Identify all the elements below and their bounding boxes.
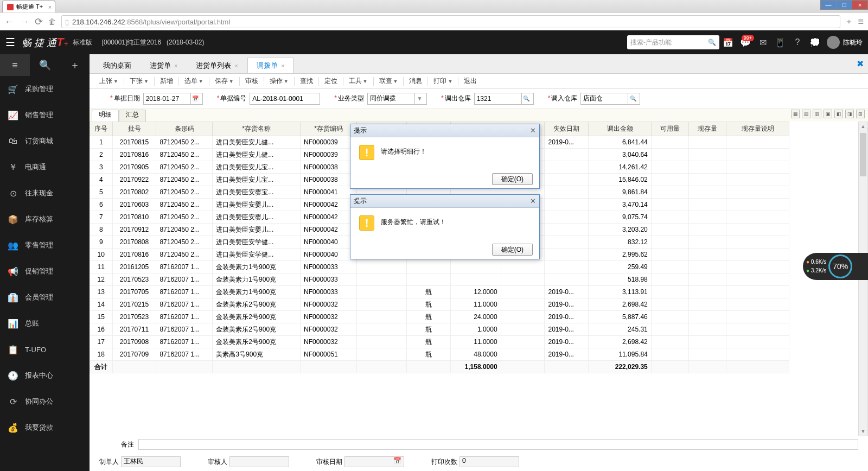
grid-tool-icon[interactable]: ▣ — [824, 110, 832, 118]
out-wh-input[interactable]: 1321🔍 — [474, 93, 534, 105]
grid-tool-icon[interactable]: ▥ — [813, 110, 821, 118]
toolbar-item[interactable]: 下张▼ — [125, 77, 153, 86]
search-input[interactable]: 搜索-产品功能 🔍 — [627, 35, 719, 49]
toolbar-item[interactable]: 保存▼ — [210, 77, 238, 86]
sidebar-item[interactable]: 💰我要贷款 — [0, 415, 90, 441]
home-button[interactable]: 🗑 — [48, 17, 56, 26]
main-tab[interactable]: 我的桌面 — [94, 57, 141, 73]
help-icon[interactable]: ? — [789, 34, 806, 51]
subtab-detail[interactable]: 明细 — [92, 110, 119, 122]
grid-header[interactable]: 条形码 — [156, 122, 213, 136]
url-bar[interactable]: ▯ 218.104.246.242:8568/tplus/view/portal… — [61, 15, 840, 28]
grid-tool-icon[interactable]: ◨ — [845, 110, 854, 118]
browser-tab[interactable]: 畅捷通 T+ × — [2, 1, 55, 12]
window-maximize-button[interactable]: □ — [836, 0, 852, 10]
back-button[interactable]: ← — [4, 16, 14, 28]
toolbar-item[interactable]: 退出 — [459, 77, 481, 86]
table-row[interactable]: 132017070587162007 1...金装美素力1号900克NF0000… — [90, 286, 789, 298]
sidebar-item[interactable]: 📦库存核算 — [0, 206, 90, 232]
mobile-icon[interactable]: 📱 — [771, 34, 789, 51]
toolbar-item[interactable]: 新增 — [156, 77, 177, 86]
sidebar-item[interactable]: 📊总账 — [0, 310, 90, 336]
toolbar-item[interactable]: 消息 — [405, 77, 426, 86]
chat-icon[interactable]: 💭 — [806, 34, 824, 51]
toolbar-item[interactable]: 操作▼ — [265, 77, 293, 86]
speed-widget[interactable]: ● 0.6K/s ● 3.2K/s 70% — [803, 253, 868, 280]
grid-header[interactable]: 现存量说明 — [726, 122, 789, 136]
dialog-ok-button[interactable]: 确定(O) — [492, 244, 533, 256]
user-area[interactable]: 陈晓玲 — [827, 36, 863, 49]
toolbar-item[interactable]: 工具▼ — [344, 77, 372, 86]
dialog-close-icon[interactable]: ✕ — [530, 126, 536, 135]
tab-close-icon[interactable]: × — [174, 62, 177, 69]
table-row[interactable]: 142017021587162007 1...金装美素乐2号900克NF0000… — [90, 298, 789, 311]
dialog-ok-button[interactable]: 确定(O) — [492, 173, 533, 185]
grid-header[interactable]: 调出金额 — [589, 122, 652, 136]
search-icon[interactable]: 🔍 — [708, 39, 716, 46]
main-tab[interactable]: 进货单× — [141, 57, 187, 73]
toolbar-item[interactable]: 审核 — [241, 77, 263, 86]
mail-icon[interactable]: ✉ — [754, 34, 771, 51]
sidebar-item[interactable]: ⊙往来现金 — [0, 180, 90, 206]
sidebar-item[interactable]: 🕐报表中心 — [0, 362, 90, 389]
calendar-icon[interactable]: 📅 — [719, 34, 737, 51]
dialog-close-icon[interactable]: ✕ — [530, 197, 536, 205]
grid-header[interactable]: 序号 — [90, 122, 113, 136]
in-wh-input[interactable]: 店面仓🔍 — [580, 93, 640, 105]
scroll-thumb[interactable] — [860, 133, 866, 176]
scroll-up-icon[interactable]: ▲ — [859, 122, 867, 131]
close-all-tabs-icon[interactable]: ✖ — [857, 59, 864, 69]
sidebar-item[interactable]: 📢促销管理 — [0, 258, 90, 284]
scroll-down-icon[interactable]: ▼ — [859, 427, 867, 436]
toolbar-item[interactable]: 联查▼ — [375, 77, 403, 86]
sidebar-item[interactable]: 👔会员管理 — [0, 284, 90, 310]
sidebar-item[interactable]: 🛍订货商城 — [0, 128, 90, 154]
sidebar-collapse-button[interactable]: ≡ — [0, 54, 30, 76]
subtab-summary[interactable]: 汇总 — [119, 110, 146, 122]
bookmark-icon[interactable]: ✦ — [846, 17, 852, 26]
main-tab[interactable]: 进货单列表× — [187, 57, 247, 73]
sidebar-item[interactable]: 👥零售管理 — [0, 232, 90, 258]
table-row[interactable]: 182017070987162007 1...美素高3号900克NF000005… — [90, 348, 789, 361]
table-row[interactable]: 112016120587162007 1...金装美素力1号900克NF0000… — [90, 261, 789, 273]
table-row[interactable]: 162017071187162007 1...金装美素乐2号900克NF0000… — [90, 323, 789, 336]
sidebar-add-button[interactable]: ＋ — [60, 54, 90, 76]
window-close-button[interactable]: × — [852, 0, 868, 10]
lookup-icon[interactable]: 🔍 — [521, 93, 531, 104]
grid-tool-icon[interactable]: ◧ — [834, 110, 843, 118]
grid-header[interactable]: *存货编码 — [301, 122, 357, 136]
window-minimize-button[interactable]: — — [820, 0, 837, 10]
app-menu-icon[interactable]: ☰ — [5, 36, 15, 49]
tab-close-icon[interactable]: × — [234, 62, 238, 69]
grid-header[interactable]: 可用量 — [651, 122, 688, 136]
grid-header[interactable]: *存货名称 — [213, 122, 301, 136]
grid-header[interactable]: 失效日期 — [545, 122, 589, 136]
sidebar-item[interactable]: 🛒采购管理 — [0, 76, 90, 102]
main-tab[interactable]: 调拨单× — [247, 57, 293, 73]
toolbar-item[interactable]: 查找 — [296, 77, 317, 86]
reload-button[interactable]: ⟳ — [35, 16, 43, 28]
dialog-title-bar[interactable]: 提示✕ — [350, 124, 539, 137]
grid-header[interactable]: 批号 — [112, 122, 156, 136]
toolbar-item[interactable]: 打印▼ — [429, 77, 457, 86]
calendar-picker-icon[interactable]: 📅 — [393, 457, 401, 467]
dropdown-icon[interactable]: ▼ — [414, 93, 424, 104]
notification-icon[interactable]: 💬99+ — [737, 34, 754, 51]
calendar-picker-icon[interactable]: 📅 — [190, 93, 200, 104]
browser-menu-icon[interactable]: ≡ — [858, 16, 864, 28]
toolbar-item[interactable]: 上张▼ — [95, 77, 123, 86]
forward-button[interactable]: → — [20, 16, 29, 28]
toolbar-item[interactable]: 定位 — [320, 77, 342, 86]
date-input[interactable]: 2018-01-27📅 — [143, 93, 203, 105]
grid-tool-icon[interactable]: ▦ — [791, 110, 800, 118]
sidebar-item[interactable]: 📋T-UFO — [0, 336, 90, 362]
toolbar-item[interactable]: 选单▼ — [180, 77, 208, 86]
sidebar-search-button[interactable]: 🔍 — [30, 54, 60, 76]
table-row[interactable]: 172017090887162007 1...金装美素乐2号900克NF0000… — [90, 336, 789, 348]
grid-tool-icon[interactable]: ▤ — [802, 110, 810, 118]
grid-header[interactable]: 现存量 — [689, 122, 726, 136]
sidebar-item[interactable]: ￥电商通 — [0, 154, 90, 180]
lookup-icon[interactable]: 🔍 — [628, 93, 637, 104]
grid-tool-icon[interactable]: ⊞ — [856, 110, 865, 118]
tab-close-icon[interactable]: × — [48, 4, 52, 10]
